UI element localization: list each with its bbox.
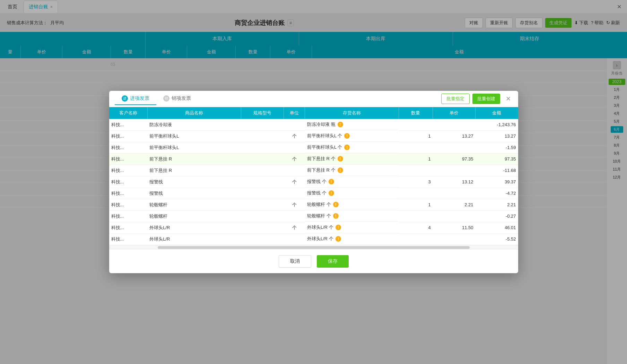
cell-inventory: 轮毂螺杆 个! [305, 199, 399, 210]
cell-spec [241, 119, 284, 130]
cell-qty: 4 [399, 222, 433, 233]
cell-price: 13.12 [433, 176, 476, 188]
cell-product: 报警线 [147, 188, 241, 199]
cell-qty: 1 [399, 199, 433, 210]
cell-customer: 科技... [109, 130, 148, 142]
cell-price [433, 188, 476, 199]
cell-customer: 科技... [109, 210, 148, 222]
cell-qty: 1 [399, 130, 433, 142]
batch-specify-button[interactable]: 批量指定 [441, 94, 470, 104]
table-row: 科技...前平衡杆球头L个前平衡杆球头L 个!113.2713.27 [109, 130, 518, 142]
warn-icon: ! [338, 156, 343, 162]
cell-price [433, 233, 476, 245]
cell-unit: 个 [284, 222, 305, 233]
table-row: 科技...防冻冷却液防冻冷却液 瓶!-1,243.76 [109, 119, 518, 130]
scrollbar-thumb[interactable] [158, 246, 470, 249]
inventory-name-text: 前平衡杆球头L 个 [307, 144, 342, 150]
cell-inventory: 报警线 个! [305, 188, 399, 199]
th-unit: 单位 [284, 107, 305, 119]
cell-unit [284, 210, 305, 222]
modal-close-button[interactable]: ✕ [504, 95, 513, 103]
cell-inventory: 前平衡杆球头L 个! [305, 142, 399, 153]
save-button[interactable]: 保存 [317, 255, 349, 268]
cell-product: 外球头L/R [147, 222, 241, 233]
modal-footer: 取消 保存 [109, 249, 518, 273]
cell-inventory: 轮毂螺杆 个! [305, 210, 399, 222]
modal-table: 客户名称 商品名称 规格型号 单位 存货名称 数量 单价 金额 科技...防冻冷… [109, 107, 518, 245]
cell-spec [241, 153, 284, 165]
cell-unit: 个 [284, 176, 305, 188]
cell-spec [241, 210, 284, 222]
cell-inventory: 前下悬挂 R 个! [305, 153, 399, 165]
cell-amount: -11.68 [476, 165, 518, 176]
cell-product: 前下悬挂 R [147, 165, 241, 176]
cell-customer: 科技... [109, 233, 148, 245]
modal-table-header-row: 客户名称 商品名称 规格型号 单位 存货名称 数量 单价 金额 [109, 107, 518, 119]
cell-customer: 科技... [109, 153, 148, 165]
warn-icon: ! [329, 179, 334, 184]
warn-icon: ! [333, 202, 339, 207]
cell-product: 前下悬挂 R [147, 153, 241, 165]
inventory-name-text: 轮毂螺杆 个 [307, 213, 331, 219]
inventory-name-text: 外球头L/R 个 [307, 224, 333, 231]
cell-unit [284, 142, 305, 153]
warn-icon: ! [344, 145, 350, 150]
horizontal-scrollbar[interactable] [109, 245, 518, 249]
cell-product: 轮毂螺杆 [147, 199, 241, 210]
inventory-name-text: 轮毂螺杆 个 [307, 201, 331, 208]
warn-icon: ! [338, 167, 343, 173]
cell-spec [241, 233, 284, 245]
cell-customer: 科技... [109, 188, 148, 199]
cell-product: 外球头L/R [147, 233, 241, 245]
cell-unit [284, 119, 305, 130]
inventory-name-text: 外球头L/R 个 [307, 236, 333, 242]
table-row: 科技...报警线个报警线 个!313.1239.37 [109, 176, 518, 188]
cell-qty [399, 188, 433, 199]
cell-price [433, 165, 476, 176]
modal-tabs: 进 进项发票 销 销项发票 [115, 93, 198, 105]
th-inventory: 存货名称 [305, 107, 399, 119]
warn-icon: ! [336, 236, 341, 242]
cell-price: 2.21 [433, 199, 476, 210]
cancel-button[interactable]: 取消 [279, 255, 311, 268]
modal-table-head: 客户名称 商品名称 规格型号 单位 存货名称 数量 单价 金额 [109, 107, 518, 119]
cell-amount: -1.59 [476, 142, 518, 153]
cell-inventory: 报警线 个! [305, 176, 399, 188]
table-row: 科技...报警线报警线 个!-4.72 [109, 188, 518, 199]
cell-qty [399, 165, 433, 176]
modal-table-body: 科技...防冻冷却液防冻冷却液 瓶!-1,243.76科技...前平衡杆球头L个… [109, 119, 518, 245]
table-row: 科技...外球头L/R个外球头L/R 个!411.5046.01 [109, 222, 518, 233]
warn-icon: ! [338, 122, 343, 127]
cell-spec [241, 130, 284, 142]
cell-qty: 1 [399, 153, 433, 165]
cell-product: 前平衡杆球头L [147, 142, 241, 153]
cell-spec [241, 142, 284, 153]
tab-sales-icon: 销 [163, 95, 169, 102]
cell-customer: 科技... [109, 142, 148, 153]
cell-amount: -1,243.76 [476, 119, 518, 130]
cell-qty [399, 119, 433, 130]
cell-spec [241, 199, 284, 210]
cell-price [433, 142, 476, 153]
inventory-name-text: 防冻冷却液 瓶 [307, 121, 336, 128]
modal-batch-buttons: 批量指定 批量创建 [441, 91, 500, 107]
cell-unit: 个 [284, 153, 305, 165]
tab-sales-invoice[interactable]: 销 销项发票 [156, 93, 198, 105]
table-row: 科技...前下悬挂 R前下悬挂 R 个!-11.68 [109, 165, 518, 176]
tab-purchase-invoice[interactable]: 进 进项发票 [115, 93, 156, 105]
batch-create-button[interactable]: 批量创建 [472, 94, 500, 104]
th-qty: 数量 [399, 107, 433, 119]
cell-qty [399, 233, 433, 245]
cell-product: 轮毂螺杆 [147, 210, 241, 222]
cell-amount: -4.72 [476, 188, 518, 199]
cell-spec [241, 176, 284, 188]
cell-inventory: 前下悬挂 R 个! [305, 165, 399, 176]
cell-customer: 科技... [109, 165, 148, 176]
cell-inventory: 外球头L/R 个! [305, 222, 399, 233]
th-customer: 客户名称 [109, 107, 148, 119]
th-price: 单价 [433, 107, 476, 119]
cell-price: 13.27 [433, 130, 476, 142]
table-row: 科技...前平衡杆球头L前平衡杆球头L 个!-1.59 [109, 142, 518, 153]
cell-amount: -0.27 [476, 210, 518, 222]
cell-spec [241, 165, 284, 176]
